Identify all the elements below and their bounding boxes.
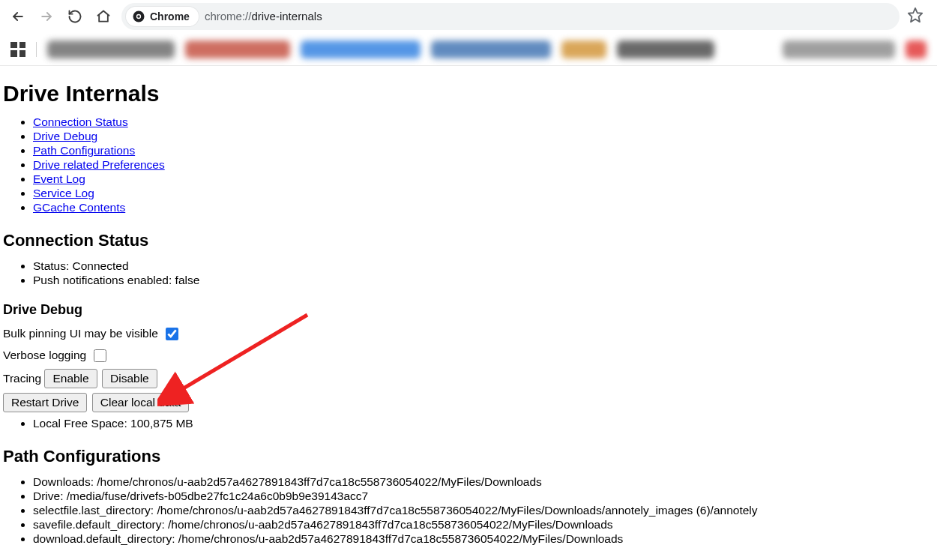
debug-info-list: Local Free Space: 100,875 MB [3,417,934,430]
tracing-disable-button[interactable]: Disable [102,369,157,388]
page-title: Drive Internals [3,81,934,106]
bookmark-item[interactable] [561,40,606,58]
list-item: Event Log [33,172,934,186]
tracing-enable-button[interactable]: Enable [44,369,97,388]
reload-button[interactable] [64,6,85,27]
list-item: GCache Contents [33,201,934,214]
bookmark-item[interactable] [617,40,714,58]
tracing-label: Tracing [3,372,41,385]
bookmark-item[interactable] [783,40,895,58]
nav-link[interactable]: GCache Contents [33,201,125,214]
list-item: Connection Status [33,115,934,129]
clear-local-data-button[interactable]: Clear local data [92,393,190,412]
list-item: savefile.default_directory: /home/chrono… [33,518,934,532]
tracing-row: Tracing Enable Disable [3,369,934,388]
list-item: Downloads: /home/chronos/u-aab2d57a46278… [33,475,934,489]
bookmark-item[interactable] [431,40,551,58]
drive-action-row: Restart Drive Clear local data [3,393,934,412]
bulk-pinning-checkbox[interactable] [166,328,178,340]
chrome-pill-label: Chrome [150,10,190,22]
list-item: Drive related Preferences [33,158,934,172]
nav-link[interactable]: Event Log [33,172,85,185]
list-item: Drive: /media/fuse/drivefs-b05dbe27fc1c2… [33,490,934,503]
arrow-left-icon [10,9,25,24]
nav-link[interactable]: Path Configurations [33,144,135,157]
omnibox[interactable]: Chrome chrome://drive-internals [121,3,900,30]
list-item: Service Log [33,187,934,200]
verbose-logging-row: Verbose logging [3,347,934,364]
nav-link-list: Connection Status Drive Debug Path Confi… [3,115,934,214]
verbose-logging-label: Verbose logging [3,349,86,361]
connection-list: Status: Connected Push notifications ena… [3,259,934,287]
svg-point-4 [137,15,140,18]
restart-drive-button[interactable]: Restart Drive [3,393,87,412]
section-heading-debug: Drive Debug [3,302,934,318]
section-heading-connection: Connection Status [3,231,934,250]
nav-link[interactable]: Service Log [33,187,94,199]
svg-marker-5 [909,8,922,22]
star-icon [907,7,924,23]
home-icon [96,9,111,24]
bookmarks-bar [0,33,937,66]
bulk-pinning-label: Bulk pinning UI may be visible [3,327,158,340]
nav-link[interactable]: Drive Debug [33,130,97,142]
verbose-logging-checkbox[interactable] [94,349,106,362]
chrome-logo-icon [132,10,145,23]
forward-button[interactable] [36,6,57,27]
list-item: download.default_directory: /home/chrono… [33,532,934,546]
chrome-pill: Chrome [126,7,199,26]
bulk-pinning-row: Bulk pinning UI may be visible [3,325,934,343]
arrow-right-icon [39,9,54,24]
list-item: Local Free Space: 100,875 MB [33,417,934,430]
nav-link[interactable]: Connection Status [33,115,128,128]
bookmark-item[interactable] [47,40,175,58]
bookmark-item[interactable] [301,40,421,58]
section-heading-paths: Path Configurations [3,447,934,466]
apps-icon[interactable] [10,42,25,57]
back-button[interactable] [7,6,28,27]
list-item: selectfile.last_directory: /home/chronos… [33,504,934,517]
paths-list: Downloads: /home/chronos/u-aab2d57a46278… [3,475,934,546]
list-item: Drive Debug [33,130,934,143]
bookmark-item[interactable] [185,40,290,58]
list-item: Status: Connected [33,259,934,273]
page-content: Drive Internals Connection Status Drive … [0,66,937,560]
list-item: Path Configurations [33,144,934,157]
browser-toolbar: Chrome chrome://drive-internals [0,0,937,33]
bookmark-item[interactable] [906,40,927,58]
reload-icon [67,9,82,24]
home-button[interactable] [93,6,114,27]
url-text: chrome://drive-internals [205,10,322,23]
list-item: Push notifications enabled: false [33,274,934,287]
bookmark-star-button[interactable] [907,7,924,26]
divider [36,42,37,57]
nav-link[interactable]: Drive related Preferences [33,158,165,171]
